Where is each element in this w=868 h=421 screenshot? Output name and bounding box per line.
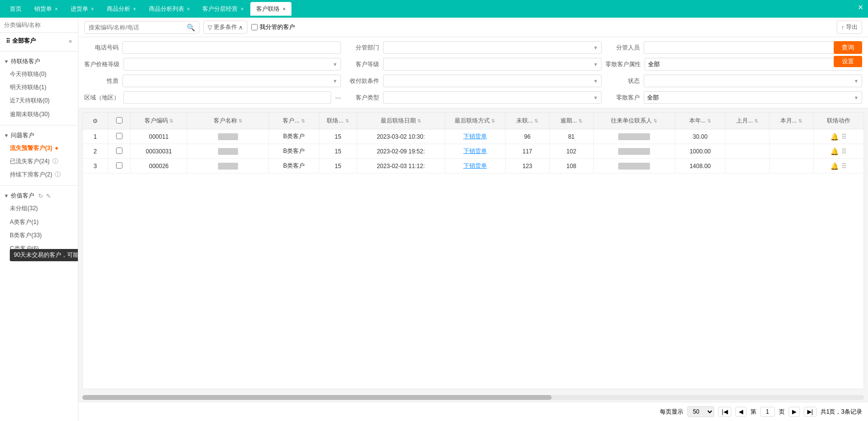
row-checkbox[interactable] [116, 162, 122, 169]
row-checkbox[interactable] [116, 148, 122, 154]
contact-icon[interactable]: 🔔 [830, 162, 839, 170]
my-customers-checkbox[interactable] [251, 24, 258, 30]
sidebar-all-customers[interactable]: ⠿ 全部客户 « [0, 33, 78, 49]
th-last-date[interactable]: 最后联络日期 ⇅ [357, 113, 445, 129]
filter-person-input[interactable] [644, 41, 852, 54]
last-way-link[interactable]: 下销货单 [463, 148, 487, 154]
filter-row-1: 电话号码 [84, 41, 341, 54]
last-way-link[interactable]: 下销货单 [463, 162, 487, 169]
sidebar-item-class-b[interactable]: B类客户(33) [0, 229, 78, 242]
sort-icon: ⇅ [417, 119, 421, 124]
sidebar-item-class-a[interactable]: A类客户(1) [0, 216, 78, 229]
filter-payment-select[interactable]: ▼ [383, 74, 602, 87]
contact-icon[interactable]: 🔔 [830, 133, 839, 141]
collapse-icon[interactable]: « [69, 38, 72, 45]
th-year-amount[interactable]: 本年... ⇅ [675, 113, 725, 129]
sidebar-section-problem-header[interactable]: ▼ 问题客户 [0, 129, 78, 142]
edit-icon[interactable]: ✎ [46, 193, 51, 199]
tab-customer-layer[interactable]: 客户分层经营 × [196, 2, 249, 16]
more-filter-btn[interactable]: ▽ 更多条件 ∧ [203, 21, 247, 34]
th-checkbox[interactable] [108, 113, 130, 129]
close-icon[interactable]: × [241, 6, 243, 12]
scrollbar-thumb[interactable] [82, 395, 552, 400]
sidebar-item-ungrouped[interactable]: 未分组(32) [0, 202, 78, 215]
first-page-btn[interactable]: |◀ [718, 407, 731, 417]
chevron-down-icon: ▼ [593, 45, 598, 50]
th-contact-count[interactable]: 联络... ⇅ [319, 113, 357, 129]
close-icon[interactable]: × [187, 6, 190, 12]
refresh-icon[interactable]: ↻ [38, 193, 43, 199]
search-button[interactable]: 🔍 [183, 22, 199, 33]
tab-product-analysis-list[interactable]: 商品分析列表 × [143, 2, 196, 16]
th-last-month[interactable]: 上月... ⇅ [725, 113, 770, 129]
tab-sales[interactable]: 销货单 × [28, 2, 64, 16]
sidebar-item-week[interactable]: 近7天待联络(0) [0, 94, 78, 107]
filter-price-level-select[interactable]: ▼ [123, 58, 341, 71]
sidebar-section-pending-header[interactable]: ▼ 待联络客户 [0, 55, 78, 68]
tab-product-analysis[interactable]: 商品分析 × [101, 2, 142, 16]
cell-checkbox[interactable] [108, 159, 130, 173]
horizontal-scrollbar[interactable] [82, 395, 864, 400]
filter-label-dept: 分管部门 [345, 44, 379, 52]
sidebar-section-value-header[interactable]: ▼ 价值客户 ↻ ✎ [0, 190, 78, 202]
cell-checkbox[interactable] [108, 129, 130, 144]
close-icon[interactable]: × [55, 6, 58, 12]
settings-button[interactable]: 设置 [834, 56, 862, 67]
chevron-down-icon: ▼ [333, 78, 338, 84]
th-uncontact[interactable]: 未联... ⇅ [506, 113, 550, 129]
sort-icon: ⇅ [579, 119, 582, 124]
more-dots-icon[interactable]: ··· [335, 94, 341, 101]
more-action-icon[interactable]: ⠿ [842, 162, 846, 170]
select-all-checkbox[interactable] [116, 117, 122, 124]
sidebar-item-churned[interactable]: 已流失客户(24) ⓘ [0, 155, 78, 168]
tab-home[interactable]: 首页 [4, 2, 27, 16]
tab-purchase[interactable]: 进货单 × [65, 2, 100, 16]
th-this-month[interactable]: 本月... ⇅ [769, 113, 813, 129]
filter-retail-select[interactable]: 全部 ▼ [644, 91, 862, 104]
sidebar-item-today[interactable]: 今天待联络(0) [0, 68, 78, 81]
row-checkbox[interactable] [116, 133, 122, 139]
th-code[interactable]: 客户编码 ⇅ [131, 113, 187, 129]
cell-overdue: 81 [549, 129, 593, 144]
cell-checkbox[interactable] [108, 144, 130, 159]
th-contact-person[interactable]: 往来单位联系人 ⇅ [593, 113, 675, 129]
filter-phone-input[interactable] [122, 41, 341, 54]
th-last-way[interactable]: 最后联络方式 ⇅ [445, 113, 506, 129]
filter-customer-type-select[interactable]: ▼ [383, 91, 602, 104]
search-input[interactable] [85, 22, 183, 33]
th-overdue[interactable]: 逾期... ⇅ [549, 113, 593, 129]
contact-icon[interactable]: 🔔 [830, 148, 839, 155]
filter-dept-select[interactable]: ▼ [383, 41, 602, 54]
sidebar-item-declining[interactable]: 持续下滑客户(2) ⓘ [0, 168, 78, 181]
sidebar-item-churn-warning[interactable]: 流失预警客户(3) ● [0, 142, 78, 155]
export-button[interactable]: ↑ 导出 [837, 21, 862, 34]
sidebar-item-overdue[interactable]: 逾期未联络(30) [0, 108, 78, 121]
tab-customer-contact[interactable]: 客户联络 × [250, 2, 291, 16]
last-way-link[interactable]: 下销货单 [463, 133, 487, 140]
next-page-btn[interactable]: ▶ [789, 407, 800, 417]
query-button[interactable]: 查询 [834, 41, 862, 54]
prev-page-btn[interactable]: ◀ [735, 407, 747, 417]
page-size-select[interactable]: 50 100 [687, 406, 714, 417]
page-number-input[interactable] [760, 407, 775, 417]
filter-status-select[interactable]: ▼ [644, 74, 862, 87]
cell-uncontact: 117 [506, 144, 550, 159]
th-name[interactable]: 客户名称 ⇅ [187, 113, 269, 129]
more-action-icon[interactable]: ⠿ [842, 148, 846, 155]
last-page-btn[interactable]: ▶| [804, 407, 817, 417]
filter-nature-select[interactable]: ▼ [122, 74, 341, 87]
th-settings[interactable]: ⚙ [83, 113, 108, 129]
sidebar-search-input[interactable] [4, 22, 77, 28]
filter-region-select[interactable] [123, 91, 331, 104]
close-icon[interactable]: × [133, 6, 136, 12]
export-icon: ↑ [841, 24, 844, 31]
my-customers-checkbox-label[interactable]: 我分管的客户 [251, 23, 295, 31]
sidebar-item-tomorrow[interactable]: 明天待联络(1) [0, 81, 78, 94]
th-type[interactable]: 客户... ⇅ [269, 113, 319, 129]
filter-retail-attr-select[interactable]: 全部 ▼ [645, 58, 862, 71]
close-all-btn[interactable]: × [858, 3, 863, 12]
close-icon[interactable]: × [91, 6, 94, 12]
filter-level-select[interactable]: ▼ [383, 58, 602, 71]
close-icon[interactable]: × [283, 6, 286, 12]
more-action-icon[interactable]: ⠿ [842, 133, 846, 141]
